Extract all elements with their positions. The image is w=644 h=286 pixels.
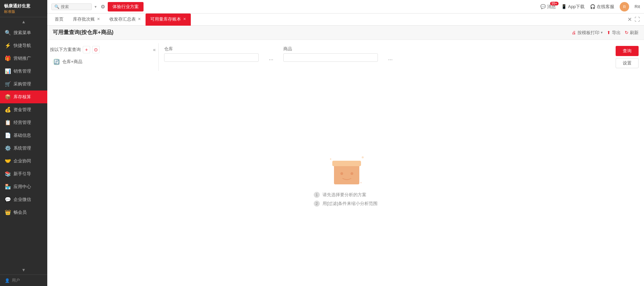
sidebar-item-label: 快捷导航: [14, 43, 31, 49]
query-filters: 仓库 ··· 商品 ···: [159, 43, 610, 71]
username-label: Rit: [635, 4, 640, 9]
print-icon: 🖨: [572, 30, 576, 35]
tab-available-close-icon[interactable]: ✕: [183, 17, 186, 21]
refresh-button[interactable]: ↻ 刷新: [625, 30, 639, 36]
sidebar-item-appstore[interactable]: 🏪 应用中心: [0, 180, 47, 193]
tab-home[interactable]: 首页: [50, 14, 68, 26]
sidebar-item-label: 经营管理: [14, 120, 31, 126]
tab-summary[interactable]: 收发存汇总表 ✕: [105, 14, 146, 26]
empty-state: 1 请先选择要分析的方案 2 用[过滤]条件来缩小分析范围: [47, 74, 644, 286]
svg-rect-1: [332, 161, 361, 166]
page-header: 可用量查询(按仓库+商品) 🖨 按模板打印 ▾ ⬆ 导出 ↻ 刷新: [47, 26, 644, 40]
operation-icon: 📋: [5, 120, 11, 126]
sidebar-item-label: 企业协同: [14, 158, 31, 164]
sidebar-item-guide[interactable]: 📚 新手引导: [0, 167, 47, 180]
sidebar-user-bottom[interactable]: 👤 用户: [0, 275, 47, 286]
sidebar-item-label: 企业微信: [14, 197, 31, 203]
more-filters-icon[interactable]: ···: [267, 55, 275, 64]
svg-point-2: [340, 172, 343, 175]
headset-icon: 🎧: [590, 4, 595, 9]
refresh-label: 刷新: [630, 30, 639, 36]
scheme-item-warehouse-goods[interactable]: 🔄 仓库+商品: [50, 56, 156, 68]
user-avatar-small: 👤: [5, 278, 10, 283]
avatar: R: [620, 2, 629, 11]
app-version: 标准版: [4, 9, 43, 14]
tabs-expand-button[interactable]: ⛶: [633, 17, 641, 23]
tab-available-label: 可用量库存账本: [150, 16, 181, 22]
search-icon: 🔍: [5, 30, 11, 36]
tab-summary-close-icon[interactable]: ✕: [138, 17, 141, 21]
section-label: 按以下方案查询: [50, 47, 81, 53]
page-actions: 🖨 按模板打印 ▾ ⬆ 导出 ↻ 刷新: [572, 30, 639, 36]
member-icon: 👑: [5, 209, 11, 215]
sidebar-item-cooperation[interactable]: 🤝 企业协同: [0, 155, 47, 167]
svg-rect-0: [334, 164, 359, 184]
print-template-button[interactable]: 🖨 按模板打印 ▾: [572, 30, 603, 36]
hint-1: 1 请先选择要分析的方案: [314, 192, 378, 198]
sidebar-item-purchase[interactable]: 🛒 采购管理: [0, 78, 47, 90]
tab-batch-close-icon[interactable]: ✕: [97, 17, 100, 21]
sidebar-item-label: 采购管理: [14, 81, 31, 87]
sidebar-item-wechat[interactable]: 💬 企业微信: [0, 193, 47, 206]
search-input[interactable]: [61, 4, 84, 9]
tab-available[interactable]: 可用量库存账本 ✕: [146, 14, 191, 26]
sidebar-scroll-down[interactable]: ▼: [0, 265, 47, 275]
sidebar-item-label: 销售管理: [14, 68, 31, 74]
message-button[interactable]: 💬 消息 99+: [540, 4, 556, 10]
sidebar-username: 用户: [12, 278, 20, 283]
sidebar-scroll-up[interactable]: ▲: [0, 17, 47, 26]
guide-icon: 📚: [5, 171, 11, 177]
hint-number-2: 2: [314, 201, 320, 207]
warehouse-input[interactable]: [164, 53, 259, 62]
finance-icon: 💰: [5, 107, 11, 113]
query-scheme-sidebar: 按以下方案查询 + ⊙ « 🔄 仓库+商品: [47, 43, 159, 71]
query-button[interactable]: 查询: [616, 46, 639, 56]
phone-icon: 📱: [561, 4, 567, 9]
query-section: 按以下方案查询 + ⊙ « 🔄 仓库+商品 仓库 ··· 商品: [47, 40, 644, 74]
sidebar-item-finance[interactable]: 💰 资金管理: [0, 103, 47, 116]
sidebar-item-inventory[interactable]: 📦 库存核算: [0, 90, 47, 103]
export-icon: ⬆: [607, 30, 611, 35]
sales-icon: 📊: [5, 68, 11, 74]
sidebar: 畅康通好生意 标准版 ▲ 🔍 搜索菜单 ⚡ 快捷导航 🎁 营销推广 📊 销售管理…: [0, 0, 47, 286]
sidebar-item-member[interactable]: 👑 畅会员: [0, 206, 47, 219]
settings-gear-icon[interactable]: ⚙: [101, 4, 105, 10]
sidebar-item-system[interactable]: ⚙️ 系统管理: [0, 142, 47, 155]
tabs-close-button[interactable]: ✕: [626, 16, 633, 23]
sidebar-item-search[interactable]: 🔍 搜索菜单: [0, 26, 47, 39]
online-service-label: 在线客服: [597, 4, 614, 10]
export-button[interactable]: ⬆ 导出: [607, 30, 621, 36]
more-goods-filters-icon[interactable]: ···: [386, 55, 394, 64]
sidebar-item-marketing[interactable]: 🎁 营销推广: [0, 52, 47, 65]
tab-batch[interactable]: 库存批次账 ✕: [68, 14, 105, 26]
sidebar-item-basic[interactable]: 📄 基础信息: [0, 129, 47, 142]
collapse-sidebar-button[interactable]: «: [153, 47, 156, 52]
sidebar-item-label: 畅会员: [14, 209, 27, 215]
tab-batch-label: 库存批次账: [73, 16, 95, 22]
print-label: 按模板打印: [577, 30, 599, 36]
online-service-button[interactable]: 🎧 在线客服: [590, 4, 614, 10]
app-download-button[interactable]: 📱 App下载: [561, 4, 585, 10]
hint-text-2: 用[过滤]条件来缩小分析范围: [323, 201, 378, 207]
scheme-settings-button[interactable]: ⊙: [92, 46, 100, 53]
add-scheme-button[interactable]: +: [83, 46, 90, 53]
industry-solution-button[interactable]: 体验行业方案: [108, 2, 144, 11]
empty-illustration-svg: [329, 154, 366, 188]
settings-button[interactable]: 设置: [616, 58, 639, 68]
query-sidebar-header: 按以下方案查询 + ⊙ «: [50, 46, 156, 53]
appstore-icon: 🏪: [5, 184, 11, 190]
sidebar-item-label: 新手引导: [14, 171, 31, 177]
goods-input[interactable]: [283, 53, 378, 62]
hint-text-1: 请先选择要分析的方案: [323, 192, 366, 198]
sidebar-item-sales[interactable]: 📊 销售管理: [0, 65, 47, 78]
sidebar-item-label: 库存核算: [14, 94, 31, 100]
hint-2: 2 用[过滤]条件来缩小分析范围: [314, 201, 378, 207]
export-label: 导出: [612, 30, 621, 36]
sidebar-item-operation[interactable]: 📋 经营管理: [0, 116, 47, 129]
cooperation-icon: 🤝: [5, 158, 11, 164]
dropdown-chevron-icon[interactable]: ▾: [95, 4, 97, 9]
topbar-search-box[interactable]: 🔍: [51, 3, 92, 10]
topbar: 🔍 ▾ ⚙ 体验行业方案 💬 消息 99+ 📱 App下载 🎧 在线客服 R R…: [47, 0, 644, 14]
print-chevron-icon[interactable]: ▾: [601, 30, 603, 35]
sidebar-item-shortcut[interactable]: ⚡ 快捷导航: [0, 39, 47, 52]
